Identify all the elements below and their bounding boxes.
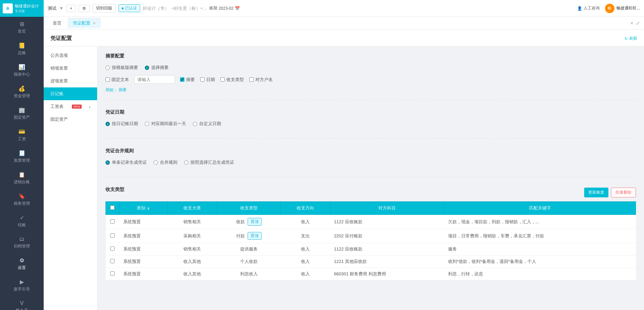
sidebar-item-tax[interactable]: 🔖税务管理 <box>0 189 44 210</box>
sidebar-item-settle[interactable]: ✓结账 <box>0 210 44 232</box>
merge-radio-group: 单条记录生成凭证 合并规则 按照选择汇总生成凭证 <box>105 159 636 165</box>
sidebar-item-purchase[interactable]: 📋进销台账 <box>0 167 44 189</box>
topbar-right: 👤 人工咨询 畅 畅捷通旺旺... <box>577 4 640 13</box>
reset-btn-0[interactable]: 置顶 <box>248 218 262 226</box>
fixed-assets-icon: 🏢 <box>18 107 25 113</box>
fixed-text-input[interactable] <box>134 75 175 84</box>
certified-badge: 已认证 <box>119 4 140 12</box>
row-category-0: 系统预置 <box>119 215 168 229</box>
summary-radio-group: 按模板版摘要 选择摘要 <box>105 65 636 71</box>
row-type-3: 个人收款 <box>217 256 281 268</box>
journal-date-option[interactable]: 按日记账日期 <box>105 121 138 127</box>
sidebar-item-payroll[interactable]: 💳工资 <box>0 124 44 146</box>
sidebar-item-home[interactable]: ⊞首页 <box>0 17 44 38</box>
sidebar-item-settings[interactable]: ⚙设置 <box>0 253 44 275</box>
left-nav-sales-invoice[interactable]: 销项发票 <box>44 62 97 75</box>
switch-version-btn[interactable]: 切到旧版 <box>92 4 116 12</box>
archive-icon: 🗂 <box>19 236 25 242</box>
sidebar-item-reports[interactable]: 📊报表中心 <box>0 60 44 81</box>
row-direction-1: 支出 <box>281 229 330 243</box>
page-header: 凭证配置 ↻ 刷新 <box>44 30 644 46</box>
close-window-btn[interactable]: × <box>631 21 633 26</box>
row-checkbox-4[interactable] <box>106 268 119 280</box>
topbar-period: 账期 2023-02 📅 <box>209 5 240 11</box>
reset-btn-1[interactable]: 置顶 <box>248 232 262 240</box>
row-keywords-1: 项目，日常费用，报销款，车费，承兑汇票，付款 <box>444 229 636 243</box>
fixed-text-checkbox[interactable]: 固定文本 <box>105 77 129 83</box>
tab-bar: 首页 凭证配置 × × ⤢ <box>44 17 644 30</box>
row-keywords-0: 欠款，现金，项目款，到款，报销款，汇入，... <box>444 215 636 229</box>
row-account-2: 1122 应收账款 <box>330 243 444 256</box>
row-major-2: 销售相关 <box>168 243 217 256</box>
merge-rule-option[interactable]: 合并规则 <box>154 159 177 165</box>
counterparty-checkbox[interactable]: 对方户名 <box>249 77 273 83</box>
new-badge: NEW <box>72 105 82 109</box>
table-row: 系统预置 销售相关 收款置顶 收入 1122 应收账款 欠款，现金，项目款，到款… <box>106 215 636 229</box>
row-checkbox-2[interactable] <box>106 243 119 256</box>
row-checkbox-1[interactable] <box>106 229 119 243</box>
custom-date-option[interactable]: 自定义日期 <box>193 121 221 127</box>
left-nav-journal[interactable]: 日记账 <box>44 87 97 100</box>
table-actions: 更新账套 批量删除 <box>584 188 636 197</box>
page-header-right: ↻ 刷新 <box>625 36 637 45</box>
th-checkbox[interactable] <box>106 202 119 215</box>
customer-service-btn[interactable]: 👤 人工咨询 <box>577 5 600 11</box>
topbar-plus-btn[interactable]: + <box>66 5 76 12</box>
topbar-dropdown-icon[interactable]: ▼ <box>59 6 63 11</box>
single-record-option[interactable]: 单条记录生成凭证 <box>105 159 147 165</box>
row-type-0: 收款置顶 <box>217 215 281 229</box>
batch-delete-btn[interactable]: 批量删除 <box>611 188 636 197</box>
topbar-settings-btn[interactable]: ⚙ <box>79 5 90 12</box>
tab-bar-actions: × ⤢ <box>631 21 640 26</box>
income-type-checkbox[interactable]: 收支类型 <box>220 77 244 83</box>
example-text: 例如： 摘要 <box>105 87 636 93</box>
row-checkbox-0[interactable] <box>106 215 119 229</box>
date-checkbox[interactable]: 日期 <box>200 77 215 83</box>
summary-select-option[interactable]: 选择摘要 <box>145 65 169 71</box>
refresh-btn[interactable]: ↻ 刷新 <box>625 36 637 41</box>
restore-window-btn[interactable]: ⤢ <box>636 21 640 26</box>
sidebar-item-archive[interactable]: 🗂归档管理 <box>0 232 44 253</box>
by-selection-option[interactable]: 按照选择汇总生成凭证 <box>184 159 234 165</box>
sidebar-item-invoice[interactable]: 🧾发票管理 <box>0 146 44 167</box>
sidebar-item-member[interactable]: V畅会员 <box>0 296 44 310</box>
table-row: 系统预置 收入其他 利息收入 收入 660301 财务费用 利息费用 利息，行转… <box>106 268 636 280</box>
settle-icon: ✓ <box>20 215 24 221</box>
summary-template-option[interactable]: 按模板版摘要 <box>105 65 138 71</box>
summary-checkbox-row: 固定文本 摘要 日期 收支类型 <box>105 75 636 84</box>
summary-section: 摘要配置 按模板版摘要 选择摘要 <box>105 53 636 100</box>
table-row: 系统预置 收入其他 个人收款 收入 1221 其他应收款 收到*借款，收到*备用… <box>106 256 636 268</box>
sidebar-item-fixed-assets[interactable]: 🏢固定资产 <box>0 103 44 124</box>
logo-text: 畅捷通好会计 专业版 <box>15 4 39 13</box>
th-major: 收支大类 <box>168 202 217 215</box>
row-direction-2: 收入 <box>281 243 330 256</box>
tab-home[interactable]: 首页 <box>48 18 67 28</box>
update-account-btn[interactable]: 更新账套 <box>584 188 608 197</box>
user-avatar: 畅 <box>605 4 614 13</box>
left-nav-fixed-assets[interactable]: 固定资产 <box>44 113 97 126</box>
th-category: 类别 ∨ <box>119 202 168 215</box>
table-row: 系统预置 采购相关 付款置顶 支出 2202 应付账款 项目，日常费用，报销款，… <box>106 229 636 243</box>
row-category-1: 系统预置 <box>119 229 168 243</box>
page-title: 凭证配置 <box>50 35 72 46</box>
row-category-2: 系统预置 <box>119 243 168 256</box>
period-last-option[interactable]: 对应期间最后一天 <box>145 121 186 127</box>
left-nav-purchase-invoice[interactable]: 进项发票 <box>44 75 97 87</box>
left-nav-public[interactable]: 公共选项 <box>44 49 97 62</box>
sidebar-item-funds[interactable]: 💰资金管理 <box>0 81 44 103</box>
tab-voucher-config[interactable]: 凭证配置 × <box>68 18 100 28</box>
income-expense-section: 收支类型 更新账套 批量删除 类别 <box>105 187 636 280</box>
topbar-sep1: 好会计（专） <box>143 5 169 11</box>
sidebar-item-ledger[interactable]: 📒总账 <box>0 38 44 60</box>
row-checkbox-3[interactable] <box>106 256 119 268</box>
user-menu[interactable]: 畅 畅捷通旺旺... <box>605 4 640 13</box>
row-keywords-2: 服务 <box>444 243 636 256</box>
row-direction-4: 收入 <box>281 268 330 280</box>
left-nav-payroll[interactable]: 工资表NEW› <box>44 100 97 113</box>
main-wrapper: 测试 ▼ + ⚙ 切到旧版 已认证 好会计（专） +好生意（标）+... 账期 … <box>44 0 644 310</box>
summary-checkbox[interactable]: 摘要 <box>180 77 195 83</box>
row-major-0: 销售相关 <box>168 215 217 229</box>
sidebar-item-guide[interactable]: ▶新手引导 <box>0 275 44 296</box>
tab-close-btn[interactable]: × <box>93 21 96 26</box>
th-type: 收支类型 <box>217 202 281 215</box>
